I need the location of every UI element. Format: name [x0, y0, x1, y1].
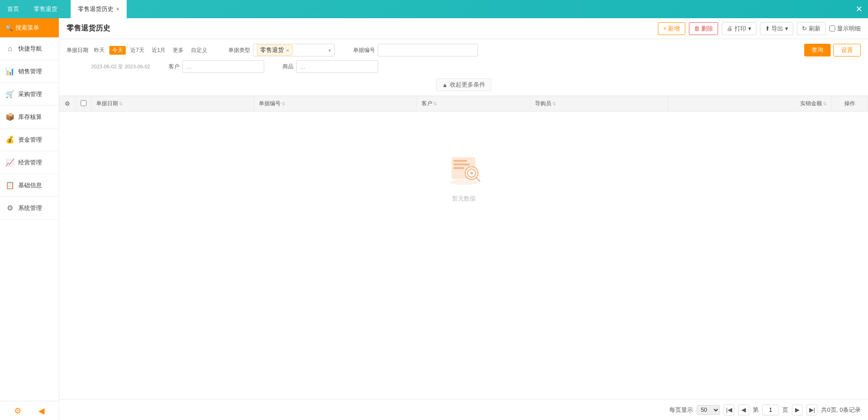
top-bar: 首页零售退货×零售退货历史× ✕	[0, 0, 868, 18]
sidebar-icon-system-mgmt: ⚙	[5, 204, 15, 212]
select-all-checkbox[interactable]	[81, 100, 87, 106]
customer-input[interactable]: ...	[182, 60, 264, 73]
col-header-customer[interactable]: 客户⇅	[417, 96, 530, 112]
print-button[interactable]: 🖨 打印 ▾	[722, 22, 756, 35]
content-area: 零售退货历史 + 新增 🗑 删除 🖨 打印 ▾ ⬆ 导出 ▾ ↻ 刷新	[59, 18, 868, 420]
table-header: ⚙单据日期⇅单据编号⇅客户⇅导购员⇅实销金额⇅操作	[59, 96, 868, 112]
sidebar-item-quick-nav[interactable]: ⌂快捷导航	[0, 37, 59, 60]
sidebar-label-purchase-mgmt: 采购管理	[18, 90, 42, 98]
svg-point-8	[470, 172, 473, 174]
col-header-guide[interactable]: 导购员⇅	[530, 96, 668, 112]
display-detail-label: 显示明细	[837, 25, 861, 33]
collapse-button[interactable]: ▲ 收起更多条件	[436, 78, 491, 91]
tab-close-retail-return[interactable]: ×	[60, 6, 63, 12]
sidebar-label-finance: 资金管理	[18, 136, 42, 144]
sidebar-item-system-mgmt[interactable]: ⚙系统管理	[0, 197, 59, 220]
sidebar-bottom: ⚙ ◀	[0, 401, 59, 420]
voucher-type-select[interactable]: 零售退货 × ▾	[253, 44, 335, 56]
display-detail-input[interactable]	[829, 26, 835, 31]
search-icon: 🔍	[5, 25, 13, 31]
product-filter: 商品 ...	[282, 60, 378, 73]
collapse-label: 收起更多条件	[450, 81, 485, 89]
window-close-button[interactable]: ✕	[850, 0, 868, 18]
voucher-no-filter: 单据编号	[353, 44, 478, 56]
prev-page-button[interactable]: ◀	[738, 405, 749, 415]
sidebar-item-sales-mgmt[interactable]: 📊销售管理	[0, 60, 59, 83]
product-label: 商品	[282, 63, 293, 71]
action-buttons: 查询 设置	[804, 44, 861, 56]
col-header-no[interactable]: 单据编号⇅	[254, 96, 416, 112]
sidebar-item-business[interactable]: 📈经营管理	[0, 151, 59, 174]
col-header-date[interactable]: 单据日期⇅	[91, 96, 254, 112]
date-shortcut-昨天[interactable]: 昨天	[91, 46, 108, 55]
sidebar-item-basic-info[interactable]: 📋基础信息	[0, 174, 59, 197]
per-page-label: 每页显示	[669, 406, 693, 414]
sidebar-item-purchase-mgmt[interactable]: 🛒采购管理	[0, 83, 59, 106]
page-title: 零售退货历史	[67, 24, 110, 33]
tab-bar: 首页零售退货×零售退货历史×	[0, 0, 850, 18]
voucher-type-label: 单据类型	[228, 46, 250, 54]
settings-icon[interactable]: ⚙	[14, 406, 21, 416]
sidebar-icon-finance: 💰	[5, 135, 15, 144]
page-unit: 页	[782, 406, 788, 414]
sidebar-item-finance[interactable]: 💰资金管理	[0, 128, 59, 151]
filter-row-2: 单据日期 2023-06-02 至 2023-06-02 客户 ... 商品 .…	[67, 60, 861, 73]
refresh-button[interactable]: ↻ 刷新	[797, 22, 826, 35]
first-page-button[interactable]: |◀	[724, 405, 734, 415]
sidebar-search-label: 搜索菜单	[15, 24, 39, 32]
svg-rect-4	[453, 167, 464, 169]
last-page-button[interactable]: ▶|	[806, 405, 817, 415]
voucher-type-chevron: ▾	[329, 48, 331, 53]
collapse-arrow: ▲	[442, 82, 448, 88]
sidebar: 🔍 搜索菜单 ⌂快捷导航📊销售管理🛒采购管理📦库存核算💰资金管理📈经营管理📋基础…	[0, 18, 59, 420]
product-input[interactable]: ...	[296, 60, 378, 73]
set-button[interactable]: 设置	[833, 44, 861, 56]
tab-retail-return-history[interactable]: 零售退货历史×	[71, 0, 127, 18]
tab-home[interactable]: 首页	[0, 0, 26, 18]
per-page-select[interactable]: 102050100	[697, 405, 720, 415]
voucher-no-input[interactable]	[378, 44, 478, 56]
export-button[interactable]: ⬆ 导出 ▾	[760, 22, 794, 35]
date-range-value: 2023-06-02 至 2023-06-02	[91, 63, 150, 70]
empty-icon	[443, 148, 484, 189]
date-shortcuts: 昨天今天近7天近1月更多自定义	[91, 46, 210, 55]
voucher-type-tag: 零售退货 ×	[257, 45, 293, 56]
sidebar-item-inventory[interactable]: 📦库存核算	[0, 106, 59, 128]
page-input[interactable]	[762, 405, 779, 415]
sidebar-icon-business: 📈	[5, 158, 15, 167]
sidebar-icon-inventory: 📦	[5, 113, 15, 121]
date-shortcut-今天[interactable]: 今天	[109, 46, 126, 55]
date-shortcut-自定义[interactable]: 自定义	[188, 46, 210, 55]
tab-close-retail-return-history[interactable]: ×	[116, 6, 119, 12]
filter-area: 单据日期 昨天今天近7天近1月更多自定义 单据类型 零售退货 × ▾	[59, 39, 868, 96]
query-button[interactable]: 查询	[804, 44, 831, 56]
voucher-type-remove[interactable]: ×	[286, 47, 289, 54]
display-detail-checkbox[interactable]: 显示明细	[829, 25, 861, 33]
svg-rect-3	[453, 164, 470, 165]
page-label: 第	[753, 406, 759, 414]
sort-icon-no: ⇅	[282, 101, 285, 106]
svg-point-0	[450, 179, 478, 185]
next-page-button[interactable]: ▶	[792, 405, 803, 415]
sidebar-label-quick-nav: 快捷导航	[18, 45, 42, 53]
table-area: ⚙单据日期⇅单据编号⇅客户⇅导购员⇅实销金额⇅操作 暂	[59, 96, 868, 399]
tab-retail-return[interactable]: 零售退货×	[26, 0, 71, 18]
collapse-icon[interactable]: ◀	[38, 406, 45, 416]
sort-icon-amount: ⇅	[823, 101, 827, 106]
export-dropdown-icon: ▾	[785, 25, 788, 32]
sidebar-icon-sales-mgmt: 📊	[5, 67, 15, 76]
sidebar-icon-purchase-mgmt: 🛒	[5, 90, 15, 98]
new-button[interactable]: + 新增	[658, 22, 685, 35]
data-table: ⚙单据日期⇅单据编号⇅客户⇅导购员⇅实销金额⇅操作	[59, 96, 868, 112]
col-header-amount[interactable]: 实销金额⇅	[668, 96, 832, 112]
sidebar-icon-basic-info: 📋	[5, 181, 15, 190]
date-shortcut-近7天[interactable]: 近7天	[128, 46, 147, 55]
customer-label: 客户	[169, 63, 180, 71]
date-shortcut-近1月[interactable]: 近1月	[149, 46, 169, 55]
product-dots: ...	[300, 63, 306, 70]
delete-button[interactable]: 🗑 删除	[689, 22, 719, 35]
sidebar-search[interactable]: 🔍 搜索菜单	[0, 18, 59, 37]
settings-column-icon[interactable]: ⚙	[65, 100, 70, 107]
sidebar-items: ⌂快捷导航📊销售管理🛒采购管理📦库存核算💰资金管理📈经营管理📋基础信息⚙系统管理	[0, 37, 59, 220]
date-shortcut-更多[interactable]: 更多	[170, 46, 186, 55]
